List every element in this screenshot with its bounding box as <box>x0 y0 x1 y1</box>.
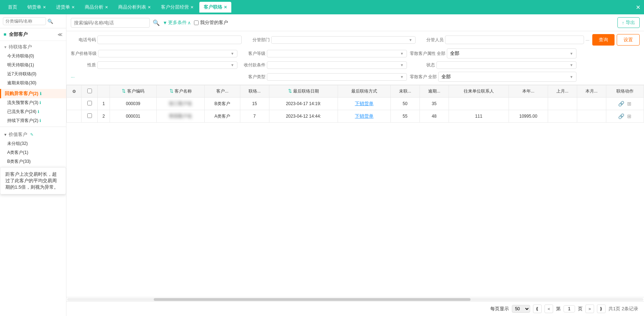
settings-col-header[interactable]: ⚙ <box>67 85 82 98</box>
sidebar-item-class-a[interactable]: A类客户(1) <box>0 148 66 157</box>
close-product-analysis-tab[interactable]: ✕ <box>105 5 108 10</box>
edit-icon[interactable]: ✎ <box>30 132 33 137</box>
customer-name-col-header[interactable]: ⇅ 客户名称 <box>156 85 204 98</box>
next-page-button[interactable]: ＞ <box>585 305 594 313</box>
sidebar-item-class-b[interactable]: B类客户(33) <box>0 157 66 166</box>
last-month-col-header[interactable]: 上月... <box>548 85 577 98</box>
close-product-list-tab[interactable]: ✕ <box>148 5 151 10</box>
person-input[interactable] <box>445 36 584 44</box>
not-contact-col-header[interactable]: 未联... <box>390 85 420 98</box>
horizontal-scroll[interactable] <box>66 297 644 301</box>
dept-select[interactable]: ▼ <box>271 36 416 44</box>
contact-method-link[interactable]: 下销货单 <box>355 101 374 106</box>
checkbox-cell[interactable] <box>82 110 98 123</box>
unit-contact-cell: 111 <box>449 110 509 123</box>
group-triangle-icon: ▼ <box>4 45 7 49</box>
last-contact-date-cell: 2023-04-12 14:44: <box>269 110 338 123</box>
price-level-select[interactable]: ▼ <box>98 50 237 57</box>
page-end-label: 页 <box>578 306 583 312</box>
grid-action-icon[interactable]: ⊞ <box>627 113 631 119</box>
contact-method-link[interactable]: 下销货单 <box>355 113 374 119</box>
data-table: ⚙ ⇅ 客户编码 ⇅ 客户名称 客户... 联络... ⇅ 最后联络日期 <box>66 85 644 123</box>
scroll-thumb[interactable] <box>154 298 471 301</box>
settings-button[interactable]: 设置 <box>617 34 640 46</box>
customer-type-cell: B类客户 <box>205 98 240 110</box>
close-sales-tab[interactable]: ✕ <box>43 5 46 10</box>
select-all-checkbox[interactable] <box>87 89 92 93</box>
row-checkbox[interactable] <box>87 113 92 118</box>
nav-tab-customer-contact[interactable]: 客户联络 ✕ <box>199 2 231 13</box>
last-contact-date-col-header[interactable]: ⇅ 最后联络日期 <box>269 85 338 98</box>
nav-tab-home[interactable]: 首页 <box>4 2 22 13</box>
sidebar-item-overdue[interactable]: 逾期未联络(30) <box>0 79 66 88</box>
sidebar-item-7days[interactable]: 近7天待联络(0) <box>0 70 66 79</box>
page-number-input[interactable] <box>564 305 575 312</box>
sidebar-group-pending-title[interactable]: ▼ 待联络客户 <box>0 42 66 52</box>
sidebar-item-churn-warning[interactable]: 流失预警客户(3) ℹ <box>0 98 66 107</box>
search-button[interactable]: 🔍 <box>153 19 160 26</box>
payment-select[interactable]: ▼ <box>267 61 407 69</box>
more-conditions-button[interactable]: ▼ 更多条件 ∧ <box>163 19 191 26</box>
sidebar-group-value-title[interactable]: ▼ 价值客户 ✎ <box>0 130 66 139</box>
link-action-icon[interactable]: 🔗 <box>618 101 624 107</box>
sidebar-search-input[interactable] <box>3 17 46 25</box>
customer-level-select[interactable]: ▼ <box>267 50 407 57</box>
search-input[interactable] <box>71 18 150 28</box>
customer-name-sort-icon: ⇅ <box>170 88 173 94</box>
this-month-col-header[interactable]: 本月... <box>577 85 606 98</box>
close-window-icon[interactable]: ✕ <box>636 4 640 11</box>
toolbar: 🔍 ▼ 更多条件 ∧ 我分管的客户 ↑ 导出 <box>66 14 644 31</box>
unit-contact-col-header[interactable]: 往来单位联系人 <box>449 85 509 98</box>
sidebar: 🔍 ■ 全部客户 ≪ ▼ 待联络客户 今天待联络(0) 明天待联络(1) 近7天… <box>0 14 66 316</box>
sidebar-item-tomorrow[interactable]: 明天待联络(1) <box>0 61 66 70</box>
overdue-col-header[interactable]: 逾期... <box>420 85 449 98</box>
nav-tab-purchase[interactable]: 进货单 ✕ <box>52 2 79 13</box>
sidebar-all-customers[interactable]: ■ 全部客户 ≪ <box>0 28 66 41</box>
nav-tab-product-analysis[interactable]: 商品分析 ✕ <box>80 2 112 13</box>
retail-customer-select[interactable]: 全部 ▼ <box>438 72 576 82</box>
checkbox-col-header[interactable] <box>82 85 98 98</box>
close-purchase-tab[interactable]: ✕ <box>71 5 75 10</box>
grid-action-icon[interactable]: ⊞ <box>627 101 631 107</box>
filter-retail-customer: 零散客户 全部 全部 ▼ <box>410 72 576 82</box>
more-dots-icon[interactable]: ··· <box>585 37 589 43</box>
per-page-select[interactable]: 50 100 <box>512 305 530 313</box>
sidebar-item-declining[interactable]: 持续下滑客户(2) ℹ <box>0 116 66 125</box>
contact-col-header[interactable]: 联络... <box>240 85 269 98</box>
more-dots-button[interactable]: ··· <box>71 74 75 80</box>
sidebar-item-churned[interactable]: 已流失客户(24) ℹ <box>0 107 66 116</box>
sidebar-item-ungrouped[interactable]: 未分组(32) <box>0 139 66 148</box>
nav-tab-customer-layered[interactable]: 客户分层经营 ✕ <box>157 2 198 13</box>
tooltip: 距客户上次交易时长，超过了此客户的平均交易周期的1.5倍，则视为异常。 <box>0 167 66 194</box>
my-customers-checkbox[interactable] <box>194 20 199 25</box>
close-customer-contact-tab[interactable]: ✕ <box>224 5 227 10</box>
overdue-cell: 48 <box>420 110 449 123</box>
this-year-col-header[interactable]: 本年... <box>509 85 548 98</box>
sidebar-search-icon[interactable]: 🔍 <box>47 19 53 24</box>
pagination: 每页显示 50 100 ⟪ ＜ 第 页 ＞ ⟫ 共1页 2条记录 <box>66 301 644 316</box>
last-page-button[interactable]: ⟫ <box>597 305 606 313</box>
sidebar-item-repurchase-abnormal[interactable]: 回购异常客户(2) ℹ <box>0 89 66 98</box>
checkbox-cell[interactable] <box>82 98 98 110</box>
status-select[interactable]: ▼ <box>436 61 576 69</box>
customer-type-select[interactable]: ▼ <box>267 73 407 81</box>
customer-type-col-header[interactable]: 客户... <box>205 85 240 98</box>
nav-tab-product-list[interactable]: 商品分析列表 ✕ <box>114 2 155 13</box>
phone-input[interactable] <box>97 36 242 44</box>
query-button[interactable]: 查询 <box>592 34 615 46</box>
prev-page-button[interactable]: ＜ <box>545 305 553 313</box>
first-page-button[interactable]: ⟪ <box>533 305 542 313</box>
dept-label: 分管部门 <box>245 37 270 43</box>
nature-select[interactable]: ▼ <box>97 61 237 69</box>
sidebar-collapse-icon[interactable]: ≪ <box>57 32 62 37</box>
row-checkbox[interactable] <box>87 101 92 105</box>
close-customer-layered-tab[interactable]: ✕ <box>190 5 194 10</box>
sidebar-item-today[interactable]: 今天待联络(0) <box>0 52 66 61</box>
export-button[interactable]: ↑ 导出 <box>617 17 640 28</box>
customer-code-col-header[interactable]: ⇅ 客户编码 <box>110 85 157 98</box>
retail-attr-select[interactable]: 全部 ▼ <box>447 48 576 58</box>
last-contact-method-col-header[interactable]: 最后联络方式 <box>338 85 391 98</box>
link-action-icon[interactable]: 🔗 <box>618 113 624 119</box>
nav-tab-sales[interactable]: 销货单 ✕ <box>23 2 50 13</box>
action-icons: 🔗 ⊞ <box>608 113 641 119</box>
